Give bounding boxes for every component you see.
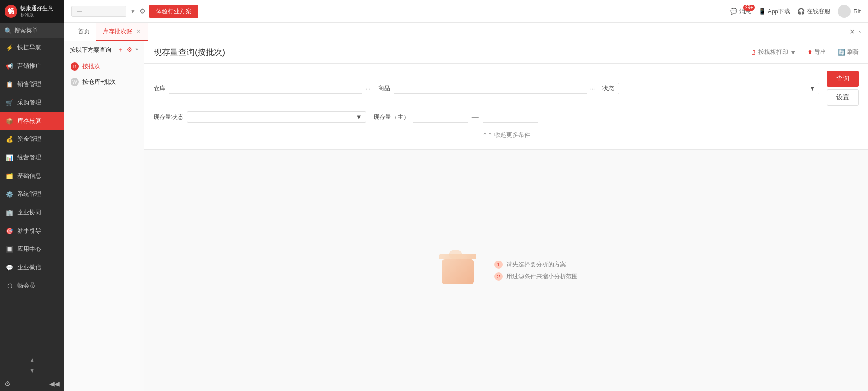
scheme-item-warehouse-batch[interactable]: W 按仓库+批次	[64, 74, 144, 90]
app-logo: 畅	[5, 5, 17, 18]
sidebar-item-label: 资金管理	[17, 135, 41, 143]
scheme-icon-red: B	[71, 62, 79, 71]
topbar-dropdown-arrow[interactable]: ▼	[130, 8, 136, 15]
refresh-action[interactable]: 🔄 刷新	[838, 48, 859, 56]
online-service-item[interactable]: 🎧 在线客服	[797, 7, 830, 16]
sidebar-item-operation[interactable]: 📊 经营管理	[0, 148, 64, 167]
sidebar-search[interactable]: 🔍 搜索菜单	[0, 23, 64, 38]
topbar-left: — ▼ ⚙ 体验行业方案	[71, 5, 725, 18]
refresh-label: 刷新	[847, 48, 859, 56]
topbar-search-value: —	[77, 8, 82, 15]
panel-collapse-icon[interactable]: »	[135, 46, 138, 54]
wechat-icon: 💬	[5, 263, 14, 272]
user-avatar	[838, 5, 851, 18]
tip-num-2: 2	[494, 272, 503, 281]
stock-status-select[interactable]: ▼	[187, 111, 366, 123]
scheme-label: 按批次	[82, 62, 100, 71]
filter-row-2: 现存量状态 ▼ 现存量（主） —	[154, 111, 859, 123]
export-action[interactable]: ⬆ 导出	[808, 48, 826, 56]
stock-qty-field: 现存量（主） —	[374, 112, 586, 123]
sidebar-item-member[interactable]: ⬡ 畅会员	[0, 277, 64, 295]
sidebar-item-basic[interactable]: 🗂️ 基础信息	[0, 167, 64, 185]
settings-button[interactable]: 设置	[827, 89, 859, 106]
tab-close-icon[interactable]: ✕	[135, 28, 142, 35]
scheme-label: 按仓库+批次	[82, 78, 116, 86]
basic-icon: 🗂️	[5, 172, 14, 180]
sidebar-item-label: 销售管理	[17, 80, 41, 88]
tab-batch-label: 库存批次账	[103, 27, 132, 36]
empty-tip-2: 2 用过滤条件来缩小分析范围	[494, 272, 578, 281]
scheme-item-batch[interactable]: B 按批次	[64, 59, 144, 74]
sidebar-scroll-down[interactable]: ▼	[0, 365, 64, 376]
collapse-more-btn[interactable]: ⌃⌃ 收起更多条件	[154, 128, 859, 142]
print-chevron-icon[interactable]: ▼	[790, 49, 796, 56]
close-panel-icon[interactable]: ✕	[849, 27, 855, 36]
stock-qty-min-input[interactable]	[413, 112, 468, 123]
status-select[interactable]: ▼	[618, 83, 819, 94]
user-profile[interactable]: Rit	[838, 5, 861, 18]
footer-settings-icon[interactable]: ⚙	[5, 380, 11, 387]
print-icon: 🖨	[751, 49, 757, 56]
sidebar-item-label: 库存核算	[17, 117, 41, 125]
tip-text-1: 请先选择要分析的方案	[506, 261, 566, 269]
scheme-settings-icon[interactable]: ⚙	[126, 46, 132, 54]
tab-home[interactable]: 首页	[71, 23, 96, 41]
product-input[interactable]	[394, 83, 587, 94]
trial-button[interactable]: 体验行业方案	[149, 5, 198, 18]
purchase-icon: 🛒	[5, 98, 14, 107]
sidebar-item-label: 应用中心	[17, 245, 41, 253]
query-button[interactable]: 查询	[827, 71, 859, 87]
messages-item[interactable]: 💬 消息 99+	[730, 7, 751, 16]
app-download-item[interactable]: 📱 App下载	[758, 7, 790, 16]
sidebar-item-inventory[interactable]: 📦 库存核算	[0, 112, 64, 130]
refresh-icon: 🔄	[838, 49, 845, 56]
page-header: 现存量查询(按批次) 🖨 按模板打印 ▼ ⬆ 导出 🔄	[144, 41, 868, 64]
sidebar-item-label: 采购管理	[17, 98, 41, 107]
page-title: 现存量查询(按批次)	[154, 47, 225, 58]
username-label: Rit	[853, 8, 861, 15]
sidebar-item-label: 经营管理	[17, 153, 41, 162]
sidebar-scroll-up[interactable]: ▲	[0, 355, 64, 365]
sidebar-item-wechat[interactable]: 💬 企业微信	[0, 258, 64, 277]
topbar-gear-icon[interactable]: ⚙	[139, 7, 146, 16]
left-panel-title: 按以下方案查询	[70, 46, 111, 54]
topbar-search-bar[interactable]: —	[71, 6, 126, 17]
apps-icon: 🔲	[5, 245, 14, 253]
system-icon: ⚙️	[5, 190, 14, 198]
chevron-right-icon[interactable]: ›	[859, 28, 861, 35]
status-field: 状态 ▼	[602, 83, 819, 94]
sidebar-item-quick-nav[interactable]: ⚡ 快捷导航	[0, 38, 64, 57]
app-title: 畅康通好生意	[20, 5, 53, 12]
left-panel-actions: ＋ ⚙ »	[117, 46, 138, 54]
export-label: 导出	[814, 48, 826, 56]
sidebar-item-system[interactable]: ⚙️ 系统管理	[0, 185, 64, 203]
search-icon: 🔍	[5, 27, 12, 34]
warehouse-more-icon[interactable]: ···	[366, 85, 371, 92]
product-more-icon[interactable]: ···	[590, 85, 595, 92]
sidebar-item-newuser[interactable]: 🎯 新手引导	[0, 222, 64, 240]
sidebar-item-finance[interactable]: 💰 资金管理	[0, 130, 64, 148]
add-scheme-button[interactable]: ＋	[117, 46, 124, 54]
sidebar-nav: ⚡ 快捷导航 📢 营销推广 📋 销售管理 🛒 采购管理 📦 库存核算 💰 资金管…	[0, 38, 64, 355]
sidebar-item-marketing[interactable]: 📢 营销推广	[0, 57, 64, 75]
sidebar-item-label: 新手引导	[17, 227, 41, 235]
sidebar-item-sales[interactable]: 📋 销售管理	[0, 75, 64, 93]
tab-batch-account[interactable]: 库存批次账 ✕	[96, 23, 148, 41]
tab-panel-close: ✕ ›	[849, 27, 861, 36]
footer-collapse-icon[interactable]: ◀◀	[49, 380, 60, 387]
left-panel-header: 按以下方案查询 ＋ ⚙ »	[64, 41, 144, 59]
sidebar-header: 畅 畅康通好生意 标准版	[0, 0, 64, 23]
page-actions: 🖨 按模板打印 ▼ ⬆ 导出 🔄 刷新	[751, 48, 859, 56]
filter-row-1: 仓库 ··· 商品 ··· 状态 ▼	[154, 71, 859, 106]
warehouse-input[interactable]	[169, 83, 362, 94]
inventory-icon: 📦	[5, 117, 14, 125]
print-action[interactable]: 🖨 按模板打印 ▼	[751, 48, 796, 56]
sidebar-item-enterprise[interactable]: 🏢 企业协同	[0, 203, 64, 222]
right-content: 现存量查询(按批次) 🖨 按模板打印 ▼ ⬆ 导出 🔄	[144, 41, 868, 391]
sidebar-item-label: 企业协同	[17, 208, 41, 217]
stock-qty-max-input[interactable]	[483, 112, 538, 123]
sidebar-item-label: 快捷导航	[17, 43, 41, 52]
enterprise-icon: 🏢	[5, 208, 14, 217]
sidebar-item-purchase[interactable]: 🛒 采购管理	[0, 93, 64, 112]
sidebar-item-apps[interactable]: 🔲 应用中心	[0, 240, 64, 258]
